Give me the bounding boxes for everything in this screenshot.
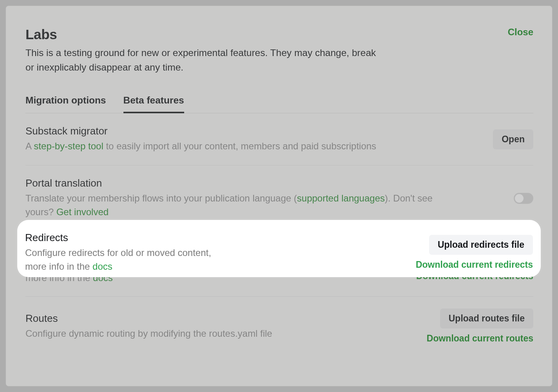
panel-header: Labs This is a testing ground for new or…	[25, 27, 533, 74]
redirects-desc2: more info in the	[25, 261, 92, 272]
section-substack: Substack migrator A step-by-step tool to…	[25, 113, 533, 165]
redirects-docs-link[interactable]: docs	[92, 261, 112, 272]
header-texts: Labs This is a testing ground for new or…	[25, 27, 378, 74]
tab-beta-features[interactable]: Beta features	[123, 95, 184, 113]
portal-desc: Translate your membership flows into you…	[25, 192, 441, 219]
routes-actions: Upload routes file Download current rout…	[427, 309, 533, 344]
redirects-desc1: Configure redirects for old or moved con…	[25, 247, 211, 258]
section-substack-text: Substack migrator A step-by-step tool to…	[25, 125, 376, 153]
section-routes-text: Routes Configure dynamic routing by modi…	[25, 312, 272, 341]
redirects-row: Redirects Configure redirects for old or…	[25, 228, 533, 277]
close-button[interactable]: Close	[508, 27, 533, 38]
substack-title: Substack migrator	[25, 125, 376, 137]
routes-upload-button[interactable]: Upload routes file	[440, 309, 533, 328]
substack-desc-post: to easily import all your content, membe…	[103, 141, 376, 151]
section-redirects-highlight: Redirects Configure redirects for old or…	[17, 220, 541, 277]
substack-desc-pre: A	[25, 141, 34, 151]
substack-tool-link[interactable]: step-by-step tool	[34, 141, 103, 151]
routes-download-link[interactable]: Download current routes	[427, 333, 533, 344]
portal-involved-link[interactable]: Get involved	[56, 207, 109, 217]
redirects-title: Redirects	[25, 232, 211, 244]
substack-open-button[interactable]: Open	[493, 129, 533, 149]
section-portal-text: Portal translation Translate your member…	[25, 177, 441, 219]
tab-bar: Migration options Beta features	[25, 95, 533, 113]
page-subtitle: This is a testing ground for new or expe…	[25, 45, 378, 74]
redirects-text: Redirects Configure redirects for old or…	[25, 232, 211, 274]
tab-migration-options[interactable]: Migration options	[25, 95, 106, 113]
labs-panel: Labs This is a testing ground for new or…	[25, 27, 533, 356]
substack-desc: A step-by-step tool to easily import all…	[25, 140, 376, 153]
redirects-upload-button[interactable]: Upload redirects file	[429, 235, 533, 255]
portal-desc-pre: Translate your membership flows into you…	[25, 193, 297, 203]
section-routes: Routes Configure dynamic routing by modi…	[25, 297, 533, 356]
redirects-download-link[interactable]: Download current redirects	[416, 260, 533, 270]
redirects-desc: Configure redirects for old or moved con…	[25, 246, 211, 274]
portal-languages-link[interactable]: supported languages	[297, 193, 385, 203]
portal-title: Portal translation	[25, 177, 441, 189]
page-title: Labs	[25, 27, 378, 42]
redirects-actions: Upload redirects file Download current r…	[416, 235, 533, 270]
portal-toggle[interactable]	[514, 193, 533, 204]
routes-desc: Configure dynamic routing by modifying t…	[25, 327, 272, 341]
routes-title: Routes	[25, 312, 272, 325]
settings-panel: Labs This is a testing ground for new or…	[5, 5, 553, 387]
